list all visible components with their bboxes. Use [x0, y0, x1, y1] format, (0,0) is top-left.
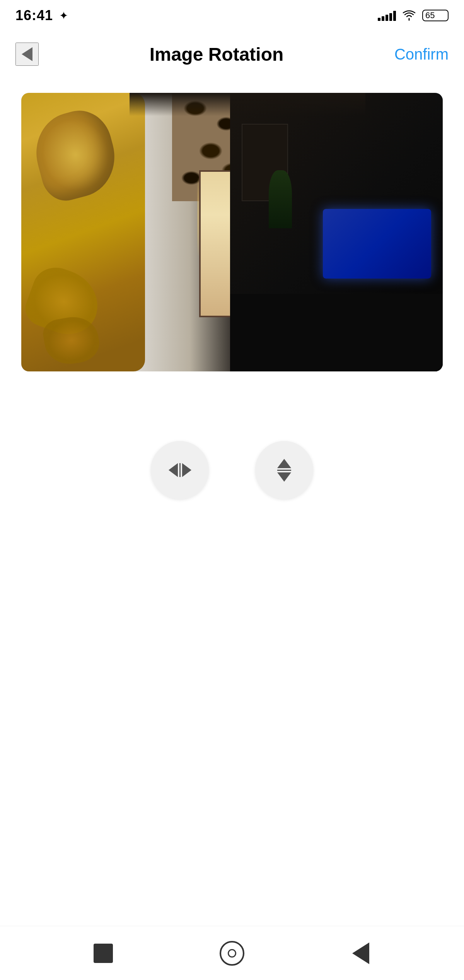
recent-apps-icon — [94, 944, 113, 963]
spacer — [0, 387, 464, 410]
bottom-nav — [0, 926, 464, 980]
home-button[interactable] — [217, 938, 247, 969]
h-center-line-icon — [277, 470, 291, 471]
home-icon — [220, 941, 244, 966]
arrow-left-icon — [169, 463, 178, 477]
blanket-area — [21, 93, 145, 371]
flip-horizontal-button[interactable] — [151, 441, 209, 499]
rotated-image — [21, 93, 443, 371]
status-bar: 16:41 ✦ 65 — [0, 0, 464, 31]
flip-horizontal-icon — [169, 463, 191, 477]
page-title: Image Rotation — [39, 44, 394, 65]
arrow-down-icon — [277, 472, 291, 482]
arrow-right-icon — [182, 463, 191, 477]
controls-area — [0, 410, 464, 530]
room-scene — [21, 93, 443, 371]
back-chevron-icon — [22, 47, 32, 61]
center-line-icon — [179, 463, 181, 477]
battery-icon: 65 — [422, 10, 449, 21]
status-time: 16:41 — [15, 7, 53, 24]
flip-vertical-icon — [277, 459, 291, 482]
back-nav-icon — [352, 942, 369, 964]
navbar: Image Rotation Confirm — [0, 31, 464, 77]
wifi-icon — [402, 10, 416, 21]
recent-apps-button[interactable] — [88, 938, 119, 969]
blanket-fold — [27, 104, 124, 206]
dark-room — [230, 93, 443, 371]
confirm-button[interactable]: Confirm — [394, 46, 449, 63]
bluetooth-icon: ✦ — [59, 9, 68, 22]
battery-level: 65 — [425, 10, 435, 21]
back-button[interactable] — [15, 43, 39, 66]
back-nav-button[interactable] — [345, 938, 376, 969]
door-window — [199, 170, 234, 317]
home-icon-inner — [228, 949, 236, 958]
arrow-up-icon — [277, 459, 291, 468]
signal-bars-icon — [378, 10, 396, 21]
status-icons: 65 — [378, 10, 449, 21]
tv-screen — [323, 209, 431, 279]
flip-vertical-button[interactable] — [255, 441, 313, 499]
image-container — [0, 77, 464, 387]
